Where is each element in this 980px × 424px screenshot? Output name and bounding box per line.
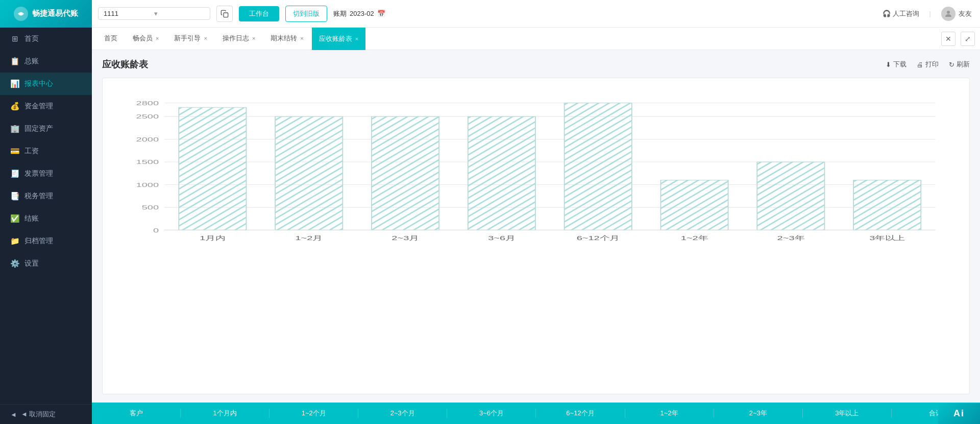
sidebar-label-reports: 报表中心: [24, 79, 53, 88]
svg-text:1500: 1500: [136, 159, 159, 166]
sidebar-item-funds[interactable]: 💰资金管理: [0, 95, 92, 117]
period-value: 2023-02: [350, 10, 374, 17]
svg-text:500: 500: [142, 204, 159, 210]
page-content: 应收账龄表 ⬇ 下载 🖨 打印 ↻ 刷新: [92, 50, 980, 403]
tab-close-member[interactable]: ×: [156, 35, 159, 41]
tab-ar_aging[interactable]: 应收账龄表×: [312, 28, 365, 50]
page-header: 应收账龄表 ⬇ 下载 🖨 打印 ↻ 刷新: [102, 58, 970, 70]
headset-icon: 🎧: [883, 10, 891, 17]
th-col-2: 1~2个月: [270, 409, 358, 418]
calendar-icon[interactable]: 📅: [377, 10, 385, 17]
sidebar-label-archive: 归档管理: [24, 237, 53, 246]
svg-rect-30: [757, 162, 824, 230]
sidebar-bottom: ◄ ◄ 取消固定: [0, 404, 92, 424]
svg-point-0: [19, 12, 22, 15]
sidebar-item-assets[interactable]: 🏢固定资产: [0, 117, 92, 140]
tab-label-home: 首页: [104, 34, 117, 43]
tab-close-guide[interactable]: ×: [204, 35, 207, 41]
tab-label-period_close: 期末结转: [271, 34, 297, 43]
th-col-0: 客户: [92, 409, 181, 418]
tab-label-member: 畅会员: [133, 34, 153, 43]
tab-close-period_close[interactable]: ×: [300, 35, 303, 41]
company-name: 1111: [104, 10, 154, 17]
maximize-button[interactable]: ⤢: [961, 32, 975, 46]
sidebar-label-funds: 资金管理: [24, 102, 53, 111]
tab-home[interactable]: 首页: [97, 28, 125, 50]
sidebar-label-assets: 固定资产: [24, 124, 53, 133]
tab-guide[interactable]: 新手引导×: [167, 28, 214, 50]
logo: 畅捷通易代账: [0, 0, 92, 28]
tab-close-ar_aging[interactable]: ×: [355, 36, 358, 42]
top-header: 畅捷通易代账 1111 ▾ 工作台 切到旧版 账期 2023-02 📅 🎧 人工…: [0, 0, 980, 28]
user-name: 友友: [959, 9, 972, 18]
ledger-icon: 📋: [10, 57, 19, 66]
sidebar-item-salary[interactable]: 💳工资: [0, 140, 92, 162]
tab-label-oplog: 操作日志: [223, 34, 249, 43]
switch-version-button[interactable]: 切到旧版: [285, 6, 327, 22]
svg-text:1~2年: 1~2年: [681, 234, 708, 241]
sidebar-item-home[interactable]: ⊞首页: [0, 28, 92, 50]
sidebar-label-settings: 设置: [24, 259, 39, 268]
refresh-button[interactable]: ↻ 刷新: [949, 60, 970, 69]
print-button[interactable]: 🖨 打印: [917, 60, 939, 69]
download-label: 下载: [893, 60, 906, 69]
svg-text:2800: 2800: [136, 100, 159, 106]
logo-text: 畅捷通易代账: [32, 9, 78, 18]
th-col-5: 6~12个月: [536, 409, 625, 418]
th-col-7: 2~3年: [714, 409, 803, 418]
tab-period_close[interactable]: 期末结转×: [263, 28, 310, 50]
svg-rect-28: [660, 180, 728, 230]
funds-icon: 💰: [10, 102, 19, 111]
th-col-1: 1个月内: [181, 409, 270, 418]
period-area: 账期 2023-02 📅: [333, 9, 385, 18]
tab-close-oplog[interactable]: ×: [252, 35, 255, 41]
chevron-down-icon: ▾: [154, 10, 205, 17]
tab-member[interactable]: 畅会员×: [126, 28, 166, 50]
reports-icon: 📊: [10, 79, 19, 88]
download-icon: ⬇: [886, 61, 891, 68]
user-menu[interactable]: 友友: [941, 7, 972, 21]
archive-icon: 📁: [10, 237, 19, 246]
home-icon: ⊞: [10, 34, 19, 43]
chart-container: 0500100015002000250028001月内1~2月2~3月3~6月6…: [102, 78, 970, 394]
copy-icon[interactable]: [216, 6, 233, 22]
period-label: 账期: [333, 9, 347, 18]
svg-rect-26: [565, 103, 632, 230]
svg-text:1~2月: 1~2月: [296, 234, 323, 241]
svg-text:3~6月: 3~6月: [488, 234, 515, 241]
cancel-pin-button[interactable]: ◄ ◄ 取消固定: [0, 405, 92, 424]
svg-text:2500: 2500: [136, 113, 159, 120]
sidebar-item-invoice[interactable]: 🧾发票管理: [0, 162, 92, 185]
close-tab-button[interactable]: ✕: [941, 32, 955, 46]
svg-rect-32: [853, 180, 921, 230]
sidebar-item-ledger[interactable]: 📋总账: [0, 50, 92, 73]
th-col-8: 3年以上: [803, 409, 892, 418]
consult-label: 人工咨询: [893, 9, 919, 18]
pin-icon: ◄: [10, 411, 17, 418]
svg-text:2~3年: 2~3年: [777, 234, 804, 241]
company-selector[interactable]: 1111 ▾: [98, 7, 210, 20]
sidebar-item-settle[interactable]: ✅结账: [0, 207, 92, 230]
header-right: 🎧 人工咨询 | 友友: [883, 7, 972, 21]
page-actions: ⬇ 下载 🖨 打印 ↻ 刷新: [886, 60, 970, 69]
sidebar-item-tax[interactable]: 📑税务管理: [0, 185, 92, 207]
tab-oplog[interactable]: 操作日志×: [215, 28, 262, 50]
workbench-button[interactable]: 工作台: [239, 6, 279, 21]
ai-badge[interactable]: Ai: [938, 403, 980, 424]
table-header: 客户1个月内1~2个月2~3个月3~6个月6~12个月1~2年2~3年3年以上合…: [92, 403, 980, 424]
logo-icon: [14, 7, 28, 21]
page-title: 应收账龄表: [102, 58, 148, 70]
th-col-6: 1~2年: [625, 409, 714, 418]
tab-label-ar_aging: 应收账龄表: [319, 34, 352, 43]
sidebar-item-reports[interactable]: 📊报表中心: [0, 73, 92, 95]
consult-button[interactable]: 🎧 人工咨询: [883, 9, 919, 18]
sidebar-item-archive[interactable]: 📁归档管理: [0, 230, 92, 252]
bar-chart: 0500100015002000250028001月内1~2月2~3月3~6月6…: [118, 88, 954, 252]
sidebar-label-tax: 税务管理: [24, 192, 53, 201]
sidebar-item-settings[interactable]: ⚙️设置: [0, 252, 92, 275]
download-button[interactable]: ⬇ 下载: [886, 60, 906, 69]
sidebar-label-invoice: 发票管理: [24, 169, 53, 178]
svg-rect-24: [468, 116, 535, 230]
sidebar-label-salary: 工资: [24, 147, 39, 156]
invoice-icon: 🧾: [10, 169, 19, 178]
